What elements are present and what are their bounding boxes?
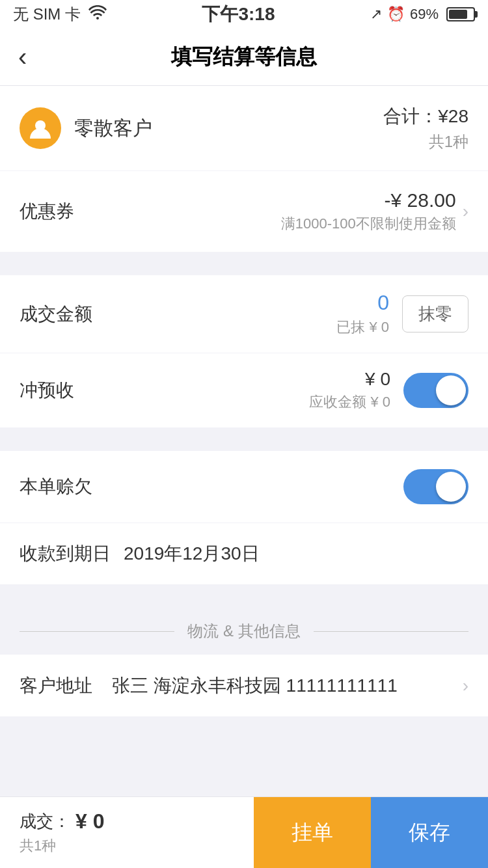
pre-collect-row: 冲预收 ¥ 0 应收金额 ¥ 0 xyxy=(0,353,488,427)
save-button[interactable]: 保存 xyxy=(371,797,488,869)
coupon-right: -¥ 28.00 满1000-100不限制使用金额 › xyxy=(281,189,468,234)
pre-collect-main-amount: ¥ 0 xyxy=(309,369,390,390)
status-left: 无 SIM 卡 xyxy=(13,4,107,25)
bottom-deal-label: 成交： xyxy=(20,810,70,833)
logistics-divider-right xyxy=(314,631,468,632)
bottom-summary: 成交： ¥ 0 共1种 xyxy=(0,809,254,856)
location-icon: ↗ xyxy=(370,6,382,23)
round-zero-button[interactable]: 抹零 xyxy=(402,295,468,332)
bottom-deal-amount: ¥ 0 xyxy=(75,809,104,834)
logistics-section-label: 物流 & 其他信息 xyxy=(174,621,313,642)
coupon-right-content: -¥ 28.00 满1000-100不限制使用金额 xyxy=(281,189,456,234)
address-row[interactable]: 客户地址 张三 海淀永丰科技园 11111111111 › xyxy=(0,655,488,716)
bottom-count: 共1种 xyxy=(20,836,234,856)
wifi-icon xyxy=(88,5,107,23)
customer-count: 共1种 xyxy=(383,131,468,152)
pre-collect-amounts: ¥ 0 应收金额 ¥ 0 xyxy=(309,369,390,412)
status-right: ↗ ⏰ 69% xyxy=(370,6,475,23)
page-title: 填写结算等信息 xyxy=(171,43,317,72)
due-date-value: 2019年12月30日 xyxy=(124,541,260,566)
pre-collect-toggle[interactable] xyxy=(403,373,468,408)
transaction-amount-row: 成交金额 0 已抹 ¥ 0 抹零 xyxy=(0,275,488,353)
status-time: 下午3:18 xyxy=(202,2,275,27)
alarm-icon: ⏰ xyxy=(387,6,405,23)
pre-collect-right: ¥ 0 应收金额 ¥ 0 xyxy=(309,369,468,412)
customer-card: 零散客户 合计：¥28 共1种 优惠券 -¥ 28.00 满1000-100不限… xyxy=(0,86,488,252)
bottom-bar: 成交： ¥ 0 共1种 挂单 保存 xyxy=(0,796,488,868)
address-card: 客户地址 张三 海淀永丰科技园 11111111111 › xyxy=(0,655,488,716)
credit-toggle[interactable] xyxy=(403,469,468,504)
status-bar: 无 SIM 卡 下午3:18 ↗ ⏰ 69% xyxy=(0,0,488,29)
due-date-row: 收款到期日 2019年12月30日 xyxy=(0,523,488,584)
toggle-circle xyxy=(436,375,466,405)
chevron-right-icon: › xyxy=(463,201,468,222)
due-date-label: 收款到期日 xyxy=(20,541,111,566)
coupon-row[interactable]: 优惠券 -¥ 28.00 满1000-100不限制使用金额 › xyxy=(0,170,488,252)
content: 零散客户 合计：¥28 共1种 优惠券 -¥ 28.00 满1000-100不限… xyxy=(0,86,488,805)
logistics-divider-left xyxy=(20,631,174,632)
nav-bar: ‹ 填写结算等信息 xyxy=(0,29,488,86)
coupon-label: 优惠券 xyxy=(20,199,74,224)
address-label: 客户地址 xyxy=(20,673,92,698)
coupon-amount: -¥ 28.00 xyxy=(281,189,456,211)
battery-icon xyxy=(446,7,475,21)
customer-total: 合计：¥28 xyxy=(383,104,468,129)
customer-right: 合计：¥28 共1种 xyxy=(383,104,468,152)
transaction-amount-label: 成交金额 xyxy=(20,302,92,327)
pre-collect-label: 冲预收 xyxy=(20,378,74,403)
transaction-amount-value: 0 xyxy=(336,291,389,315)
back-button[interactable]: ‹ xyxy=(18,42,27,72)
credit-row: 本单赊欠 xyxy=(0,451,488,523)
coupon-desc: 满1000-100不限制使用金额 xyxy=(281,214,456,234)
credit-label: 本单赊欠 xyxy=(20,474,92,499)
transaction-amount-right: 0 已抹 ¥ 0 抹零 xyxy=(336,291,468,337)
battery-percent: 69% xyxy=(410,6,439,23)
avatar xyxy=(20,107,61,149)
customer-name: 零散客户 xyxy=(74,115,152,142)
bottom-deal-row: 成交： ¥ 0 xyxy=(20,809,234,834)
section-gap-3 xyxy=(0,595,488,608)
transaction-card: 成交金额 0 已抹 ¥ 0 抹零 冲预收 ¥ 0 应收金额 ¥ 0 xyxy=(0,275,488,427)
credit-toggle-circle xyxy=(436,472,466,502)
transaction-amount-sub: 已抹 ¥ 0 xyxy=(336,318,389,337)
customer-left: 零散客户 xyxy=(20,107,152,149)
logistics-header: 物流 & 其他信息 xyxy=(0,608,488,655)
sim-text: 无 SIM 卡 xyxy=(13,4,81,25)
section-gap-2 xyxy=(0,438,488,451)
transaction-amount-content: 0 已抹 ¥ 0 xyxy=(336,291,389,337)
address-value: 张三 海淀永丰科技园 11111111111 xyxy=(112,673,456,698)
hang-order-button[interactable]: 挂单 xyxy=(254,797,371,869)
address-chevron-icon: › xyxy=(463,675,468,696)
section-gap-1 xyxy=(0,262,488,275)
customer-row: 零散客户 合计：¥28 共1种 xyxy=(0,86,488,170)
credit-card: 本单赊欠 收款到期日 2019年12月30日 xyxy=(0,451,488,584)
pre-collect-sub-amount: 应收金额 ¥ 0 xyxy=(309,392,390,412)
